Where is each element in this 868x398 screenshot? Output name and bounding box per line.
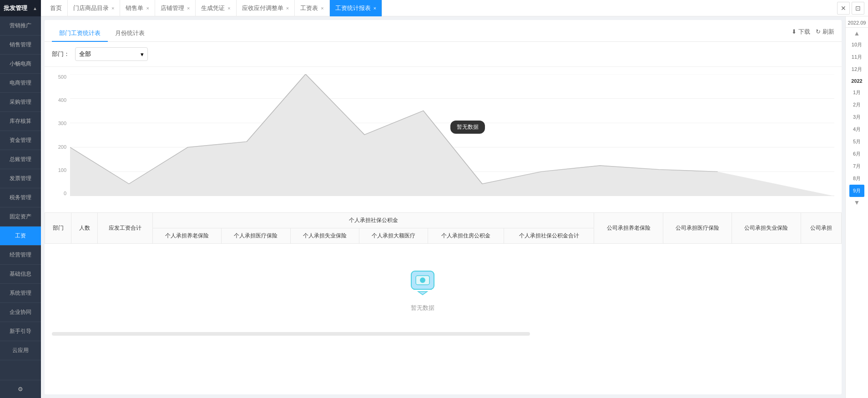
table-empty-cell: 暂无数据 (45, 244, 801, 331)
timeline-down-nav[interactable]: ▼ (852, 197, 862, 208)
filter-dept-label: 部门： (52, 50, 70, 58)
svg-marker-11 (418, 292, 427, 295)
tab-close-3[interactable]: × (187, 5, 190, 11)
sub-tab-0[interactable]: 部门工资统计表 (52, 25, 108, 42)
timeline-month-9月[interactable]: 9月 (849, 185, 864, 197)
sub-tab-actions: ⬇ 下载 ↻ 刷新 (792, 28, 834, 40)
tab-label-3: 店铺管理 (161, 4, 184, 12)
tab-item-4[interactable]: 生成凭证× (196, 0, 236, 16)
chart-container: 5004003002001000 (52, 74, 834, 205)
y-axis-label: 500 (58, 74, 66, 80)
dept-select[interactable]: 全部 ▾ (75, 47, 148, 61)
data-table: 部门 人数 应发工资合计 个人承担社保公积金 公司承担养老保险 公司承担医疗保险… (45, 212, 842, 330)
content-area: 部门工资统计表月份统计表 ⬇ 下载 ↻ 刷新 部门： 全部 ▾ (41, 16, 868, 398)
tab-label-2: 销售单 (126, 4, 143, 12)
filter-bar: 部门： 全部 ▾ (45, 42, 842, 67)
tab-close-1[interactable]: × (111, 5, 114, 11)
chart-area: 5004003002001000 (45, 67, 842, 212)
y-axis-label: 200 (58, 144, 66, 150)
sidebar-item-营销推广[interactable]: 营销推广 (0, 16, 41, 35)
tab-close-6[interactable]: × (321, 5, 323, 11)
tab-item-6[interactable]: 工资表× (295, 0, 329, 16)
th-personal-total: 个人承担社保公积金合计 (504, 228, 594, 244)
sidebar-item-电商管理[interactable]: 电商管理 (0, 74, 41, 93)
no-data-tooltip: 暂无数据 (450, 121, 485, 134)
sidebar-item-基础信息[interactable]: 基础信息 (0, 265, 41, 284)
tab-item-2[interactable]: 销售单× (120, 0, 155, 16)
tab-close-2[interactable]: × (146, 5, 149, 11)
timeline-month-8月[interactable]: 8月 (849, 172, 864, 185)
svg-point-9 (420, 277, 425, 283)
sidebar-item-经营管理[interactable]: 经营管理 (0, 246, 41, 265)
sidebar-item-采购管理[interactable]: 采购管理 (0, 93, 41, 112)
tab-item-5[interactable]: 应收应付调整单× (237, 0, 295, 16)
tab-label-7: 工资统计报表 (335, 4, 371, 12)
tab-item-0[interactable]: 首页 (45, 0, 68, 16)
sub-tabs: 部门工资统计表月份统计表 ⬇ 下载 ↻ 刷新 (45, 20, 842, 42)
timeline-month-3月[interactable]: 3月 (849, 111, 864, 123)
tab-label-0: 首页 (50, 4, 62, 12)
tab-close-7[interactable]: × (373, 5, 376, 11)
sidebar-item-固定资产[interactable]: 固定资产 (0, 207, 41, 227)
sidebar-item-新手引导[interactable]: 新手引导 (0, 322, 41, 341)
sidebar-footer-settings[interactable]: ⚙ (0, 380, 41, 398)
chevron-down-icon: ▾ (141, 51, 144, 58)
th-company-medical: 公司承担医疗保险 (663, 213, 732, 244)
y-axis-label: 300 (58, 121, 66, 126)
sub-tab-1[interactable]: 月份统计表 (108, 25, 152, 42)
th-personal-major-medical: 个人承担大额医疗 (359, 228, 428, 244)
timeline-up-nav[interactable]: ▲ (852, 28, 862, 39)
right-sidebar-timeline: 2022.09 ▲ 10月11月12月20221月2月3月4月5月6月7月8月9… (845, 16, 868, 398)
tab-item-3[interactable]: 店铺管理× (155, 0, 196, 16)
tab-item-1[interactable]: 门店商品目录× (68, 0, 120, 16)
sidebar-item-税务管理[interactable]: 税务管理 (0, 188, 41, 207)
table-wrapper[interactable]: 部门 人数 应发工资合计 个人承担社保公积金 公司承担养老保险 公司承担医疗保险… (45, 212, 842, 394)
th-personal-unemployment: 个人承担失业保险 (290, 228, 359, 244)
close-window-btn[interactable]: ✕ (837, 2, 850, 15)
table-scroll-bar[interactable] (52, 332, 530, 336)
tab-label-4: 生成凭证 (201, 4, 225, 12)
y-axis-label: 400 (58, 97, 66, 103)
sidebar-item-企业协同[interactable]: 企业协同 (0, 303, 41, 322)
tab-close-4[interactable]: × (227, 5, 230, 11)
timeline-month-7月[interactable]: 7月 (849, 160, 864, 172)
sidebar-title: 批发管理 (4, 4, 27, 12)
th-personal-insurance: 个人承担社保公积金 (152, 213, 594, 228)
timeline-month-12月[interactable]: 12月 (849, 63, 864, 76)
sidebar-item-资金管理[interactable]: 资金管理 (0, 131, 41, 150)
timeline-month-10月[interactable]: 10月 (849, 39, 864, 51)
tab-close-5[interactable]: × (286, 5, 289, 11)
th-headcount: 人数 (71, 213, 98, 244)
sidebar-item-云应用[interactable]: 云应用 (0, 341, 41, 360)
sidebar-item-总账管理[interactable]: 总账管理 (0, 150, 41, 169)
sidebar-item-销售管理[interactable]: 销售管理 (0, 35, 41, 55)
tab-item-7[interactable]: 工资统计报表× (330, 0, 382, 16)
timeline-month-1月[interactable]: 1月 (849, 86, 864, 99)
sidebar-header[interactable]: 批发管理 ▲ (0, 0, 41, 16)
timeline-month-6月[interactable]: 6月 (849, 148, 864, 160)
timeline-month-4月[interactable]: 4月 (849, 123, 864, 136)
empty-icon (404, 262, 441, 298)
timeline-current-label: 2022.09 (846, 18, 868, 28)
sidebar-item-工资[interactable]: 工资 (0, 227, 41, 246)
timeline-month-5月[interactable]: 5月 (849, 136, 864, 148)
sidebar-arrow-icon: ▲ (33, 6, 37, 11)
tab-label-6: 工资表 (300, 4, 318, 12)
th-personal-housing: 个人承担住房公积金 (428, 228, 504, 244)
sidebar-item-库存核算[interactable]: 库存核算 (0, 112, 41, 131)
timeline-month-11月[interactable]: 11月 (849, 51, 864, 63)
th-company-old: 公司承担养老保险 (594, 213, 663, 244)
sidebar-item-系统管理[interactable]: 系统管理 (0, 284, 41, 303)
refresh-label: 刷新 (823, 28, 834, 36)
sidebar-item-小畅电商[interactable]: 小畅电商 (0, 55, 41, 74)
sidebar: 批发管理 ▲ 营销推广销售管理小畅电商电商管理采购管理库存核算资金管理总账管理发… (0, 0, 41, 398)
download-button[interactable]: ⬇ 下载 (792, 28, 810, 36)
tab-bar-end: ✕ ⊡ (837, 2, 864, 15)
refresh-button[interactable]: ↻ 刷新 (816, 28, 834, 36)
timeline-month-2月[interactable]: 2月 (849, 99, 864, 111)
timeline-year-2022: 2022 (849, 76, 864, 86)
tab-label-1: 门店商品目录 (73, 4, 109, 12)
empty-text: 暂无数据 (411, 304, 434, 312)
restore-window-btn[interactable]: ⊡ (852, 2, 864, 15)
sidebar-item-发票管理[interactable]: 发票管理 (0, 169, 41, 188)
